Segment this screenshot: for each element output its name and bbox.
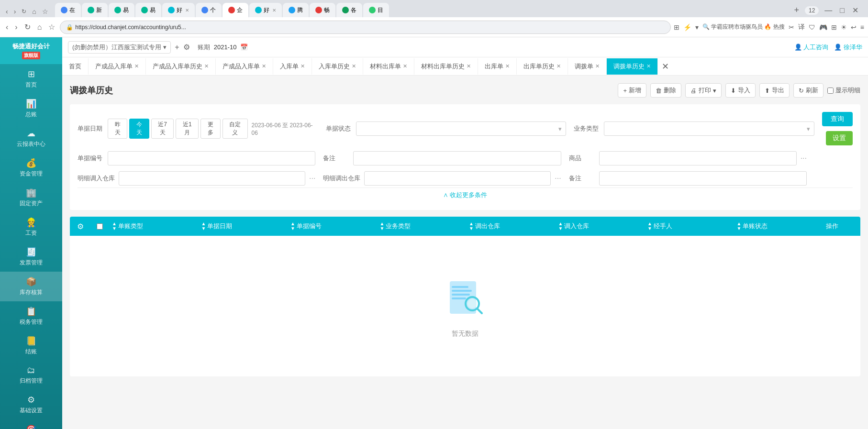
tab-close-icon[interactable]: ✕ (134, 63, 139, 69)
ai-service-link[interactable]: 👤 人工咨询 (794, 43, 829, 52)
detail-out-input[interactable] (364, 171, 551, 186)
sidebar-item-close-books[interactable]: 📒 结账 (0, 331, 62, 361)
select-all-checkbox[interactable] (97, 223, 103, 230)
page-tab-stock-out[interactable]: 出库单 ✕ (478, 58, 517, 75)
company-selector[interactable]: (勿删勿禁用）江西服宝测试专用 ▾ (68, 41, 171, 54)
last7-btn[interactable]: 近7天 (151, 119, 174, 139)
translate-icon[interactable]: 译 (798, 23, 805, 32)
sidebar-item-inventory[interactable]: 📦 库存核算 (0, 272, 62, 301)
back-button[interactable]: ‹ (4, 6, 10, 17)
last-month-btn[interactable]: 近1月 (176, 119, 199, 139)
th-doc-status[interactable]: ▲▼ 单账状态 (733, 221, 823, 231)
biz-type-select[interactable]: ▾ (604, 121, 814, 136)
filter-settings-button[interactable]: 设置 (826, 131, 853, 145)
add-company-button[interactable]: + (175, 43, 179, 52)
menu-icon[interactable]: ≡ (860, 23, 864, 31)
delete-button[interactable]: 🗑 删除 (650, 83, 681, 98)
sidebar-item-guide[interactable]: 🎯 新手引导 (0, 419, 62, 429)
new-button[interactable]: + 新增 (618, 83, 646, 98)
page-tab-product-in2[interactable]: 产成品入库单 ✕ (216, 58, 273, 75)
th-doc-type[interactable]: ▲▼ 单账类型 (108, 221, 198, 231)
dropdown-icon[interactable]: ▾ (695, 23, 699, 31)
tab-close-icon[interactable]: ✕ (505, 63, 510, 69)
grid-icon[interactable]: ⊞ (831, 23, 837, 31)
page-tab-transfer[interactable]: 调拨单 ✕ (568, 58, 607, 75)
home-nav-button[interactable]: ⌂ (35, 21, 44, 33)
status-select[interactable]: ▾ (356, 121, 567, 136)
goods-more-icon[interactable]: ··· (801, 154, 807, 163)
close-content-button[interactable]: ✕ (658, 61, 673, 72)
page-tab-material-out[interactable]: 材料出库单 ✕ (363, 58, 414, 75)
tab-close-icon[interactable]: ✕ (352, 63, 356, 69)
game-icon[interactable]: 🎮 (819, 23, 827, 31)
page-tab-home[interactable]: 首页 (62, 58, 89, 75)
page-tab-product-in-history[interactable]: 产成品入库单历史 ✕ (146, 58, 216, 75)
extensions-icon[interactable]: ⊞ (674, 23, 679, 31)
custom-btn[interactable]: 自定义 (223, 119, 248, 139)
theme-icon[interactable]: ☀ (841, 23, 847, 31)
sidebar-item-payroll[interactable]: 👷 工资 (0, 212, 62, 242)
lightning-icon[interactable]: ⚡ (683, 23, 691, 31)
forward-button[interactable]: › (12, 6, 18, 17)
browser-tab-6[interactable]: 个 (196, 3, 222, 17)
import-button[interactable]: ⬇ 导入 (725, 83, 756, 98)
browser-tab-9[interactable]: 腾 (283, 3, 309, 17)
page-tab-stock-in-history[interactable]: 入库单历史 ✕ (312, 58, 363, 75)
browser-tab-3[interactable]: 易 (109, 3, 134, 17)
tab-close-icon[interactable]: ✕ (403, 63, 407, 69)
window-maximize[interactable]: □ (838, 4, 846, 17)
address-field[interactable]: 🔒 https://cloud.chanjet.com/accounting/u… (60, 21, 670, 34)
tab-close-icon[interactable]: ✕ (204, 63, 209, 69)
forward-nav-button[interactable]: › (13, 21, 19, 33)
sidebar-item-cloud-report[interactable]: ☁ 云报表中心 (0, 123, 62, 153)
display-detail-checkbox[interactable]: 显示明细 (827, 86, 860, 95)
query-button[interactable]: 查询 (822, 112, 853, 126)
th-doc-date[interactable]: ▲▼ 单据日期 (198, 221, 287, 231)
page-tab-product-in[interactable]: 产成品入库单 ✕ (89, 58, 146, 75)
collapse-bar[interactable]: ∧ 收起更多条件 (78, 187, 853, 202)
print-button[interactable]: 🖨 打印 ▾ (685, 83, 722, 98)
scissor-icon[interactable]: ✂ (789, 23, 794, 31)
sidebar-item-tax[interactable]: 📋 税务管理 (0, 301, 62, 331)
page-tab-stock-out-history[interactable]: 出库单历史 ✕ (517, 58, 568, 75)
sidebar-item-archive[interactable]: 🗂 归档管理 (0, 361, 62, 390)
home-browser-button[interactable]: ⌂ (30, 6, 38, 17)
table-select-all[interactable] (91, 223, 108, 230)
window-minimize[interactable]: — (823, 4, 834, 17)
period-calendar-icon[interactable]: 📅 (240, 44, 248, 51)
note-input[interactable] (599, 171, 807, 186)
browser-tab-5[interactable]: 好 ✕ (162, 3, 195, 17)
browser-tab-11[interactable]: 各 (336, 3, 362, 17)
refresh-browser-button[interactable]: ↻ (20, 6, 28, 17)
undo-icon[interactable]: ↩ (851, 23, 857, 31)
sidebar-item-fund[interactable]: 💰 资金管理 (0, 153, 62, 183)
user-avatar[interactable]: 👤 徐泽华 (834, 43, 862, 52)
detail-out-more-icon[interactable]: ··· (555, 174, 561, 183)
sidebar-item-fixed-asset[interactable]: 🏢 固定资产 (0, 183, 62, 212)
browser-tab-10[interactable]: 畅 (310, 3, 335, 17)
tab-close-active-icon[interactable]: ✕ (646, 63, 651, 69)
more-btn[interactable]: 更多 (200, 119, 220, 139)
doc-no-input[interactable] (108, 151, 315, 165)
detail-in-input[interactable] (119, 171, 305, 186)
goods-input[interactable] (599, 151, 797, 165)
th-in-warehouse[interactable]: ▲▼ 调入仓库 (555, 221, 644, 231)
reload-button[interactable]: ↻ (22, 21, 33, 33)
browser-tab-8[interactable]: 好 ✕ (249, 3, 282, 17)
sidebar-item-invoice[interactable]: 🧾 发票管理 (0, 242, 62, 272)
yesterday-btn[interactable]: 昨天 (108, 119, 127, 139)
table-settings-icon[interactable]: ⚙ (70, 222, 91, 231)
page-tab-stock-in[interactable]: 入库单 ✕ (273, 58, 312, 75)
th-out-warehouse[interactable]: ▲▼ 调出仓库 (465, 221, 555, 231)
browser-tab-2[interactable]: 新 (82, 3, 108, 17)
today-btn[interactable]: 今天 (129, 119, 149, 139)
export-button[interactable]: ⬆ 导出 (759, 83, 790, 98)
tab-close-icon[interactable]: ✕ (467, 63, 471, 69)
new-tab-button[interactable]: + (792, 3, 801, 17)
th-biz-type[interactable]: ▲▼ 业务类型 (376, 221, 466, 231)
sidebar-item-settings[interactable]: ⚙ 基础设置 (0, 390, 62, 419)
shield-icon[interactable]: 🛡 (809, 23, 815, 31)
page-tab-material-out-history[interactable]: 材料出库单历史 ✕ (414, 58, 478, 75)
sidebar-item-ledger[interactable]: 📊 总账 (0, 94, 62, 123)
tab-close-icon[interactable]: ✕ (262, 63, 266, 69)
